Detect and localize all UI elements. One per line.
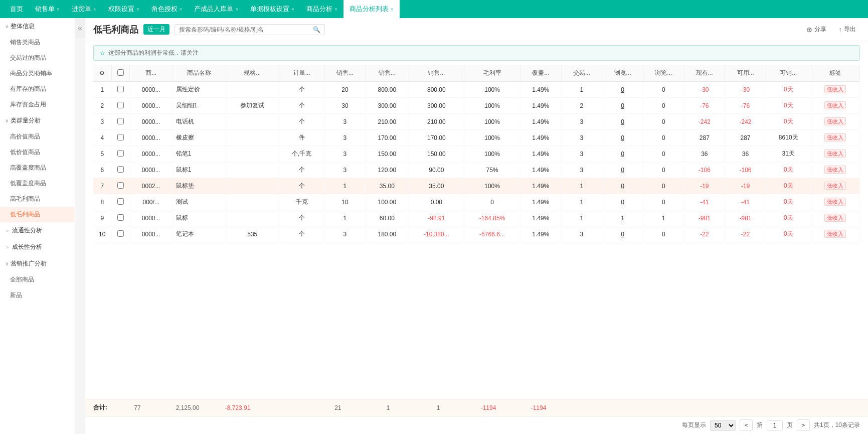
tag-badge: 低收入	[824, 133, 846, 141]
share-button[interactable]: ⊕ 分享	[802, 23, 830, 36]
close-icon[interactable]: ×	[57, 7, 60, 12]
search-icon[interactable]: 🔍	[313, 26, 320, 33]
per-page-select[interactable]: 50 100 200	[710, 420, 736, 431]
nav-product-analysis[interactable]: 商品分析 ×	[300, 0, 343, 18]
row-tag: 低收入	[811, 210, 859, 226]
row-browse1[interactable]: 0	[602, 130, 643, 146]
nav-purchase[interactable]: 进货单 ×	[66, 0, 102, 18]
time-tag-button[interactable]: 近一月	[143, 24, 169, 35]
sidebar-item-sales-goods[interactable]: 销售类商品	[0, 35, 75, 50]
nav-product-analysis-list[interactable]: 商品分析列表 ×	[343, 0, 400, 18]
sidebar-collapse-button[interactable]: «	[75, 18, 85, 38]
sidebar-item-high-margin[interactable]: 高毛利商品	[0, 191, 75, 207]
th-browse2: 浏览...	[643, 65, 684, 82]
nav-products-in[interactable]: 产成品入库单 ×	[188, 0, 244, 18]
row-browse1[interactable]: 0	[602, 162, 643, 178]
row-browse2: 0	[643, 130, 684, 146]
sidebar-group-marketing[interactable]: ∨ 营销推广分析	[0, 255, 75, 272]
row-browse1[interactable]: 0	[602, 194, 643, 210]
row-sales3: 170.00	[409, 130, 464, 146]
row-checkbox[interactable]	[111, 114, 129, 130]
row-stock: -22	[684, 226, 725, 242]
row-tag: 低收入	[811, 194, 859, 210]
row-unit: 千克	[279, 194, 324, 210]
row-browse1[interactable]: 0	[602, 98, 643, 114]
sidebar-group-overall[interactable]: ∨ 整体信息	[0, 18, 75, 35]
close-icon[interactable]: ×	[136, 7, 139, 12]
close-icon[interactable]: ×	[391, 7, 394, 12]
row-browse1[interactable]: 1	[602, 210, 643, 226]
nav-home[interactable]: 首页	[4, 0, 29, 18]
row-stock: -41	[684, 194, 725, 210]
page-number-input[interactable]	[767, 420, 783, 430]
sidebar-item-all-goods[interactable]: 全部商品	[0, 272, 75, 287]
nav-permissions[interactable]: 权限设置 ×	[102, 0, 145, 18]
row-stock: 36	[684, 146, 725, 162]
row-available: 287	[725, 130, 766, 146]
row-browse1[interactable]: 0	[602, 146, 643, 162]
row-checkbox[interactable]	[111, 210, 129, 226]
row-checkbox[interactable]	[111, 226, 129, 242]
row-browse1[interactable]: 0	[602, 178, 643, 194]
close-icon[interactable]: ×	[180, 7, 183, 12]
search-box: 🔍	[175, 24, 325, 35]
row-name: 属性定价	[172, 82, 226, 98]
close-icon[interactable]: ×	[235, 7, 238, 12]
row-stock: 287	[684, 130, 725, 146]
row-browse1[interactable]: 0	[602, 82, 643, 98]
row-browse2: 0	[643, 194, 684, 210]
row-checkbox[interactable]	[111, 178, 129, 194]
close-icon[interactable]: ×	[291, 7, 294, 12]
close-icon[interactable]: ×	[93, 7, 96, 12]
row-stock: -981	[684, 210, 725, 226]
prev-page-button[interactable]: ＜	[740, 419, 753, 431]
row-sellable: 8610天	[766, 130, 811, 146]
sidebar-item-low-value[interactable]: 低价值商品	[0, 144, 75, 160]
row-stock: -76	[684, 98, 725, 114]
row-checkbox[interactable]	[111, 146, 129, 162]
sidebar-group-cluster[interactable]: ∨ 类群量分析	[0, 112, 75, 129]
close-icon[interactable]: ×	[334, 7, 337, 12]
row-browse1[interactable]: 0	[602, 226, 643, 242]
sidebar-item-high-coverage[interactable]: 高覆盖度商品	[0, 160, 75, 176]
row-browse1[interactable]: 0	[602, 114, 643, 130]
sidebar-item-new-goods[interactable]: 新品	[0, 287, 75, 303]
row-available: -76	[725, 98, 766, 114]
search-input[interactable]	[179, 26, 313, 33]
nav-sales[interactable]: 销售单 ×	[29, 0, 66, 18]
export-button[interactable]: ↑ 导出	[834, 23, 860, 36]
select-all-checkbox[interactable]	[117, 69, 124, 76]
next-page-button[interactable]: ＞	[797, 419, 810, 431]
sidebar-group-circulation[interactable]: ＞ 流通性分析	[0, 222, 75, 239]
sidebar-group-growth[interactable]: ＞ 成长性分析	[0, 239, 75, 255]
tag-badge: 低收入	[824, 85, 846, 93]
row-checkbox[interactable]	[111, 98, 129, 114]
sidebar-item-high-value[interactable]: 高价值商品	[0, 129, 75, 144]
row-num: 6	[93, 162, 111, 178]
sidebar-item-low-margin[interactable]: 低毛利商品	[0, 207, 75, 222]
sidebar-item-category-sales-rate[interactable]: 商品分类助销率	[0, 66, 75, 81]
row-code: 000/...	[129, 194, 172, 210]
nav-template[interactable]: 单据模板设置 ×	[244, 0, 300, 18]
row-unit: 个	[279, 162, 324, 178]
row-num: 7	[93, 178, 111, 194]
row-checkbox[interactable]	[111, 194, 129, 210]
th-checkbox[interactable]	[111, 65, 129, 82]
row-checkbox[interactable]	[111, 162, 129, 178]
row-tag: 低收入	[811, 98, 859, 114]
sidebar-item-low-coverage[interactable]: 低覆盖度商品	[0, 176, 75, 191]
sidebar-item-traded-goods[interactable]: 交易过的商品	[0, 50, 75, 66]
row-tag: 低收入	[811, 146, 859, 162]
settings-icon[interactable]: ⚙	[99, 70, 105, 77]
row-sales1: 3	[324, 130, 366, 146]
row-sellable: 0天	[766, 98, 811, 114]
row-checkbox[interactable]	[111, 82, 129, 98]
row-margin: 100%	[464, 98, 520, 114]
th-settings[interactable]: ⚙	[93, 65, 111, 82]
tag-badge: 低收入	[824, 214, 846, 222]
row-checkbox[interactable]	[111, 130, 129, 146]
row-unit: 个	[279, 114, 324, 130]
sidebar-item-stock-capital[interactable]: 库存资金占用	[0, 97, 75, 112]
sidebar-item-in-stock-goods[interactable]: 有库存的商品	[0, 81, 75, 97]
nav-roles[interactable]: 角色授权 ×	[145, 0, 189, 18]
